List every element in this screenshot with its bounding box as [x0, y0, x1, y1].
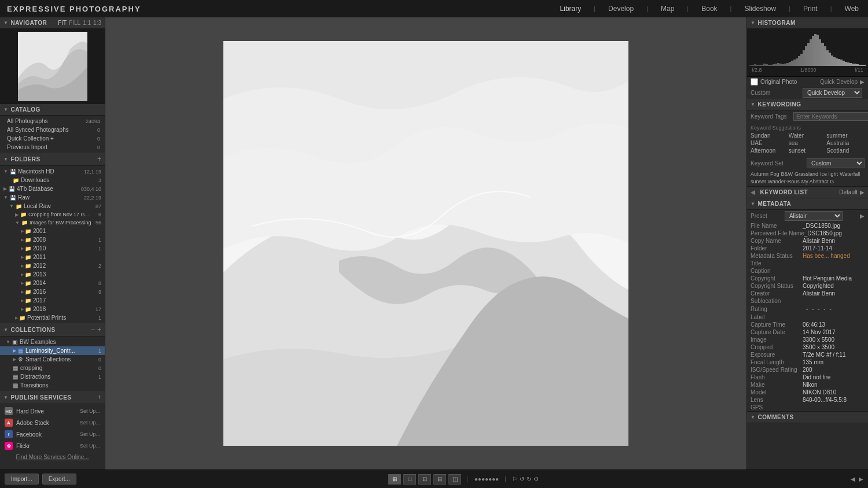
publish-flickr[interactable]: ✿ Flickr Set Up... [0, 440, 105, 452]
kw-summer[interactable]: summer [826, 132, 865, 139]
keyword-list-header[interactable]: ◀ Keyword List Default ▶ [747, 187, 868, 198]
folder-4tb[interactable]: ▶ 💾 4Tb Database 030,4 10 [0, 184, 105, 193]
folders-header[interactable]: ▼ Folders + [0, 153, 105, 166]
prev-photo-btn[interactable]: ◀ [851, 476, 855, 482]
nav-develop[interactable]: Develop [606, 3, 636, 14]
quick-develop-select[interactable]: Quick Develop [803, 88, 862, 98]
folder-images-bw[interactable]: ▼ 📁 Images for BW Processing 56 [0, 219, 105, 227]
kw-set-fog[interactable]: Fog [770, 171, 779, 177]
kw-scotland[interactable]: Scotland [826, 147, 865, 154]
folder-2017[interactable]: ▶ 📁 2017 [0, 296, 105, 305]
adobe-stock-setup[interactable]: Set Up... [80, 420, 100, 426]
catalog-header[interactable]: ▼ Catalog [0, 104, 105, 116]
collection-bw-examples[interactable]: ▼ ▣ BW Examples [0, 338, 105, 346]
catalog-synced-photos[interactable]: All Synced Photographs 0 [0, 125, 105, 134]
sort-options[interactable]: ●●●●●●● [475, 476, 499, 482]
quick-develop-expand[interactable]: ▶ [860, 79, 865, 85]
keyword-list-expand[interactable]: ▶ [860, 189, 865, 195]
kw-sundan[interactable]: Sundan [751, 132, 789, 139]
original-photo-checkbox[interactable] [751, 78, 758, 86]
kw-set-myabstract[interactable]: My Abstract G [801, 179, 834, 184]
catalog-previous-import[interactable]: Previous Import 0 [0, 143, 105, 151]
kw-set-grassland[interactable]: Grassland [795, 171, 818, 177]
nav-web[interactable]: Web [843, 3, 861, 14]
rotate-right[interactable]: ↻ [527, 476, 531, 482]
histogram-header[interactable]: ▼ Histogram [747, 17, 868, 29]
loupe-view-btn[interactable]: □ [403, 474, 416, 485]
export-button[interactable]: Export... [42, 474, 76, 485]
publish-adobe-stock[interactable]: A Adobe Stock Set Up... [0, 417, 105, 428]
kw-sunset[interactable]: sunset [789, 147, 827, 154]
folder-2018[interactable]: ▶ 📁 2018 17 [0, 305, 105, 313]
kw-uae[interactable]: UAE [751, 140, 789, 146]
folder-downloads[interactable]: 📁 Downloads 3 [0, 176, 105, 184]
nav-1to1[interactable]: 1:1 [83, 20, 91, 26]
kw-set-wanderous[interactable]: Wander-Rous [768, 179, 800, 184]
kw-sea[interactable]: sea [789, 140, 827, 146]
flickr-setup[interactable]: Set Up... [80, 443, 100, 449]
navigator-header[interactable]: ▼ Navigator FIT FILL 1:1 1:3 [0, 17, 105, 29]
publish-hard-drive[interactable]: HD Hard Drive Set Up... [0, 405, 105, 417]
kw-set-waterfall[interactable]: Waterfall [840, 171, 860, 177]
keywording-header[interactable]: ▼ Keywording [747, 99, 868, 110]
kw-water[interactable]: Water [789, 132, 827, 139]
catalog-quick-collection[interactable]: Quick Collection + 0 [0, 134, 105, 143]
folder-raw[interactable]: ▼ 💾 Raw 22,2 19 [0, 193, 105, 202]
folders-add-btn[interactable]: + [97, 155, 101, 163]
flagged-filter[interactable]: ⚐ [512, 476, 517, 482]
facebook-setup[interactable]: Set Up... [80, 431, 100, 437]
collection-smart[interactable]: ▶ ⚙ Smart Collections 0 [0, 355, 105, 364]
people-view-btn[interactable]: ◫ [448, 474, 461, 485]
rating-stars[interactable]: - - - - - [806, 306, 833, 312]
folder-2010[interactable]: ▶ 📁 2010 1 [0, 244, 105, 253]
compare-view-btn[interactable]: ⊡ [418, 474, 431, 485]
folder-potential-prints[interactable]: ▶ 📁 Potential Prints 1 [0, 313, 105, 322]
nav-library[interactable]: Library [558, 3, 584, 14]
nav-fit[interactable]: FIT [58, 20, 67, 26]
keyword-tags-input[interactable] [793, 112, 868, 121]
preset-select[interactable]: Alistair [785, 211, 843, 221]
collections-minus-btn[interactable]: − [91, 326, 95, 334]
nav-book[interactable]: Book [699, 3, 719, 14]
folder-macintosh-hd[interactable]: ▼ 💾 Macintosh HD 12,1 19 [0, 167, 105, 176]
kw-afternoon[interactable]: Afternoon [751, 147, 789, 154]
folder-2016[interactable]: ▶ 📁 2016 9 [0, 287, 105, 296]
metadata-header[interactable]: ▼ Metadata [747, 198, 868, 210]
nav-slideshow[interactable]: Slideshow [742, 3, 778, 14]
kw-set-autumn[interactable]: Autumn [751, 171, 768, 177]
folder-2008[interactable]: ▶ 📁 2008 1 [0, 235, 105, 244]
collection-distractions[interactable]: ▦ Distractions 1 [0, 372, 105, 381]
kw-australia[interactable]: Australia [826, 140, 865, 146]
publish-facebook[interactable]: f Facebook Set Up... [0, 428, 105, 440]
preset-expand[interactable]: ▶ [860, 213, 865, 219]
nav-print[interactable]: Print [801, 3, 820, 14]
survey-view-btn[interactable]: ⊟ [433, 474, 446, 485]
collection-cropping[interactable]: ▦ cropping 0 [0, 364, 105, 372]
find-more-services[interactable]: Find More Services Online... [0, 452, 105, 463]
catalog-all-photos[interactable]: All Photographs 24094 [0, 117, 105, 125]
import-button[interactable]: Import... [5, 474, 39, 485]
tools[interactable]: ⚙ [534, 476, 539, 482]
nav-fill[interactable]: FILL [69, 20, 80, 26]
folder-2014[interactable]: ▶ 📁 2014 8 [0, 279, 105, 287]
nav-1to3[interactable]: 1:3 [93, 20, 101, 26]
collection-luminosity[interactable]: ▶ ▦ Luminosity_Contr... 1 [0, 346, 105, 355]
collections-add-btn[interactable]: + [97, 326, 101, 334]
publish-header[interactable]: ▼ Publish Services + [0, 391, 105, 404]
folder-2001[interactable]: ▶ 📁 2001 [0, 227, 105, 235]
kw-set-icelight[interactable]: Ice light [820, 171, 838, 177]
next-photo-btn[interactable]: ▶ [859, 476, 863, 482]
kw-set-sunset[interactable]: sunset [751, 179, 766, 184]
folder-localraw[interactable]: ▼ 📁 Local Raw 87 [0, 202, 105, 210]
collections-header[interactable]: ▼ Collections − + [0, 323, 105, 337]
collection-transitions[interactable]: ▦ Transitions [0, 381, 105, 390]
publish-add-btn[interactable]: + [97, 393, 101, 401]
folder-2012[interactable]: ▶ 📁 2012 2 [0, 261, 105, 270]
folder-cropping[interactable]: ▶ 📁 Cropping from Nov 17 G... 6 [0, 210, 105, 219]
kw-set-bw[interactable]: B&W [781, 171, 793, 177]
grid-view-btn[interactable]: ⊞ [388, 474, 401, 485]
folder-2013[interactable]: ▶ 📁 2013 [0, 270, 105, 279]
hard-drive-setup[interactable]: Set Up... [80, 408, 100, 414]
keyword-set-select[interactable]: Custom [807, 158, 865, 168]
nav-map[interactable]: Map [659, 3, 676, 14]
